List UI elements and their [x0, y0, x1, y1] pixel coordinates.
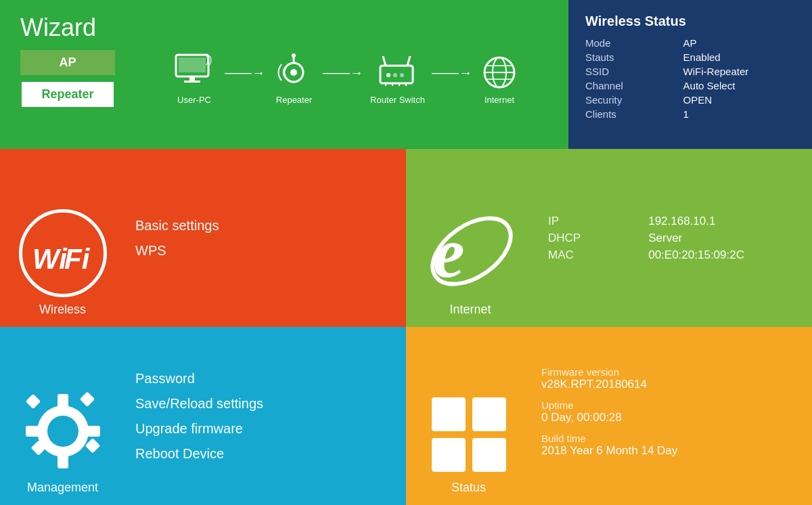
reboot-link[interactable]: Reboot Device: [135, 446, 263, 462]
wireless-status-panel: Wireless Status Mode AP Stauts Enabled S…: [568, 0, 812, 149]
ip-label: IP: [548, 215, 631, 228]
svg-point-8: [290, 69, 297, 76]
internet-tile-label: Internet: [449, 303, 491, 317]
tile-internet[interactable]: e Internet IP 192.168.10.1 DHCP Server M…: [406, 149, 812, 327]
repeater-icon: [272, 53, 316, 91]
ws-mode-label: Mode: [585, 37, 670, 49]
password-link[interactable]: Password: [135, 371, 263, 387]
diagram-pc: )) User-PC: [171, 53, 218, 105]
ms-logo-svg: [428, 394, 510, 475]
wireless-status-table: Mode AP Stauts Enabled SSID WiFi-Repeate…: [585, 37, 795, 120]
wireless-links: Basic settings WPS: [122, 149, 232, 327]
svg-rect-2: [189, 76, 195, 81]
pc-label: User-PC: [177, 95, 211, 105]
svg-point-12: [386, 73, 390, 77]
repeater-label: Repeater: [276, 95, 312, 105]
tile-management[interactable]: Management Password Save/Reload settings…: [0, 327, 406, 505]
ap-button[interactable]: AP: [20, 50, 115, 75]
diagram-repeater: Repeater: [272, 53, 316, 105]
internet-icon-area: e Internet: [406, 149, 531, 327]
management-tile-label: Management: [27, 481, 98, 495]
status-tile-label: Status: [451, 481, 486, 495]
ws-ssid-value: WiFi-Repeater: [683, 66, 795, 77]
svg-text:Wi: Wi: [32, 243, 68, 275]
main-grid: Wi Fi Wireless Basic settings WPS e Inte…: [0, 149, 812, 505]
internet-label: Internet: [484, 95, 514, 105]
mac-label: MAC: [548, 248, 631, 262]
firmware-section: Firmware version v28K.RPT.20180614: [541, 366, 798, 391]
svg-rect-31: [58, 455, 68, 468]
ws-channel-value: Auto Select: [683, 80, 795, 91]
svg-rect-1: [179, 58, 206, 72]
upgrade-firmware-link[interactable]: Upgrade firmware: [135, 421, 263, 437]
svg-text:)): )): [206, 54, 212, 65]
repeater-button[interactable]: Repeater: [20, 81, 115, 108]
build-section: Build time 2018 Year 6 Month 14 Day: [541, 433, 798, 458]
wizard-title: Wizard: [20, 14, 548, 42]
svg-rect-33: [87, 426, 100, 437]
tile-wireless[interactable]: Wi Fi Wireless Basic settings WPS: [0, 149, 406, 327]
wizard-diagram: )) User-PC ——→: [142, 53, 548, 105]
router-label: Router Switch: [370, 95, 425, 105]
svg-rect-41: [472, 438, 506, 472]
ie-logo-svg: e: [423, 209, 518, 297]
svg-line-10: [383, 56, 386, 66]
status-icon-area: Status: [406, 327, 528, 505]
management-icon-area: Management: [0, 327, 122, 505]
svg-line-11: [407, 56, 410, 66]
build-value: 2018 Year 6 Month 14 Day: [541, 444, 798, 458]
arrow-1: ——→: [218, 65, 272, 81]
save-reload-link[interactable]: Save/Reload settings: [135, 396, 263, 412]
ip-value: 192.168.10.1: [648, 215, 795, 228]
arrow-2: ——→: [316, 65, 370, 81]
wizard-buttons: AP Repeater: [20, 50, 115, 108]
internet-icon: [479, 53, 520, 91]
ws-ssid-label: SSID: [585, 66, 670, 77]
uptime-section: Uptime 0 Day, 00:00:28: [541, 399, 798, 424]
tile-status[interactable]: Status Firmware version v28K.RPT.2018061…: [406, 327, 812, 505]
svg-text:Fi: Fi: [64, 243, 91, 275]
pc-icon: )): [171, 53, 218, 91]
svg-rect-39: [472, 397, 506, 431]
gear-icon-svg: [19, 387, 107, 475]
management-links: Password Save/Reload settings Upgrade fi…: [122, 327, 277, 505]
ws-clients-value: 1: [683, 108, 795, 120]
svg-rect-3: [184, 81, 200, 83]
svg-point-7: [292, 53, 296, 58]
uptime-title: Uptime: [541, 399, 798, 411]
svg-rect-38: [432, 397, 466, 431]
build-title: Build time: [541, 433, 798, 444]
ws-clients-label: Clients: [585, 108, 670, 120]
ws-stauts-label: Stauts: [585, 51, 670, 63]
diagram-internet: Internet: [479, 53, 520, 105]
ws-security-label: Security: [585, 94, 670, 106]
ws-stauts-value: Enabled: [683, 51, 795, 63]
svg-rect-35: [79, 391, 95, 407]
diagram-router: Router Switch: [370, 53, 425, 105]
mac-value: 00:E0:20:15:09:2C: [648, 248, 795, 262]
ws-channel-label: Channel: [585, 80, 670, 91]
svg-rect-37: [85, 438, 100, 454]
svg-point-14: [400, 73, 404, 77]
dhcp-value: Server: [648, 232, 795, 245]
router-icon: [374, 53, 421, 91]
uptime-value: 0 Day, 00:00:28: [541, 411, 798, 424]
wireless-icon-area: Wi Fi Wireless: [0, 149, 122, 327]
basic-settings-link[interactable]: Basic settings: [135, 218, 219, 234]
wireless-tile-label: Wireless: [39, 303, 86, 317]
wifi-logo: Wi Fi: [19, 209, 107, 297]
wps-link[interactable]: WPS: [135, 243, 219, 259]
arrow-3: ——→: [425, 65, 479, 81]
status-info: Firmware version v28K.RPT.20180614 Uptim…: [528, 327, 812, 505]
svg-rect-40: [432, 438, 466, 472]
firmware-value: v28K.RPT.20180614: [541, 378, 798, 391]
ws-security-value: OPEN: [683, 94, 795, 106]
dhcp-label: DHCP: [548, 232, 631, 245]
wireless-status-title: Wireless Status: [585, 14, 795, 29]
svg-point-13: [393, 73, 397, 77]
internet-info: IP 192.168.10.1 DHCP Server MAC 00:E0:20…: [531, 149, 812, 327]
wizard-panel: Wizard AP Repeater )): [0, 0, 568, 149]
svg-rect-32: [26, 426, 39, 437]
svg-rect-30: [58, 394, 68, 408]
ws-mode-value: AP: [683, 37, 795, 49]
